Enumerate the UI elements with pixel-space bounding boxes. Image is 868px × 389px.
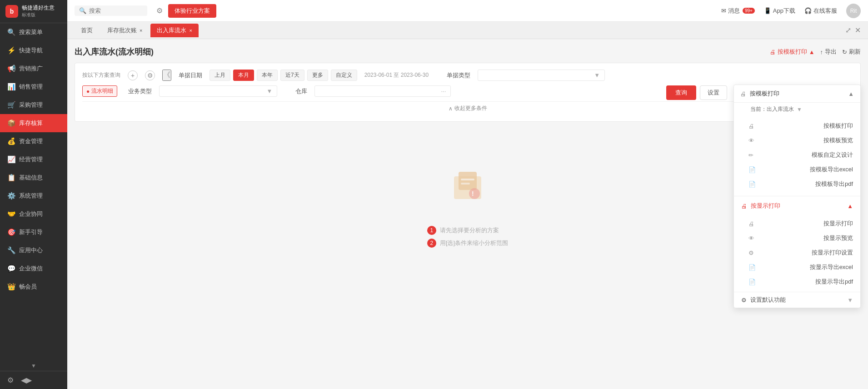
maximize-icon[interactable]: ⤢: [845, 26, 851, 35]
sidebar-item-wechat[interactable]: 💬 企业微信: [0, 259, 67, 278]
dropdown-footer-label: 设置默认功能: [750, 296, 786, 304]
doc-type-dropdown-arrow: ▼: [594, 72, 600, 79]
settings-display-icon: ⚙: [748, 249, 756, 256]
filter-tag-active[interactable]: ● 流水明细: [82, 85, 117, 97]
doc-type-select[interactable]: ▼: [478, 70, 605, 81]
online-service-button[interactable]: 🎧 在线客服: [804, 7, 837, 15]
date-tag-last-month[interactable]: 上月: [210, 70, 230, 81]
message-button[interactable]: ✉ 消息 99+: [721, 7, 755, 15]
sidebar-item-operations[interactable]: 📈 经营管理: [0, 150, 67, 169]
print-display-item[interactable]: 🖨 按显示打印: [734, 216, 860, 231]
preview-display-label: 按显示预览: [823, 234, 853, 242]
preview-display-item[interactable]: 👁 按显示预览: [734, 231, 860, 245]
export-button[interactable]: ↑ 导出: [820, 48, 837, 56]
doc-type-label: 单据类型: [447, 71, 470, 80]
enterprise-icon: 🤝: [7, 210, 15, 218]
topbar-right: ✉ 消息 99+ 📱 App下载 🎧 在线客服 Rit: [721, 4, 861, 18]
query-button[interactable]: 查询: [666, 85, 696, 100]
export-pdf-template-label: 按模板导出pdf: [815, 180, 853, 188]
search-input[interactable]: [89, 7, 135, 14]
page-header: 出入库流水(流水明细) 🖨 按模板打印 ▲ ↑ 导出 ↻ 刷新: [75, 46, 861, 57]
tab-batch-account-close[interactable]: ×: [140, 28, 142, 33]
sidebar-logo: b 畅捷通好生意 标准版: [0, 0, 67, 23]
topbar-gear-icon[interactable]: ⚙: [156, 6, 163, 15]
sidebar-item-basics[interactable]: 📋 基础信息: [0, 169, 67, 187]
sidebar-item-label: 经营管理: [19, 155, 43, 164]
date-tag-current-year[interactable]: 本年: [257, 70, 278, 81]
biz-type-dropdown-arrow: ▼: [266, 88, 272, 95]
export-pdf-display-item[interactable]: 📄 按显示导出pdf: [734, 274, 860, 289]
custom-template-item[interactable]: ✏ 模板自定义设计: [734, 148, 860, 162]
svg-rect-3: [461, 183, 470, 185]
sidebar-item-appstore[interactable]: 🔧 应用中心: [0, 241, 67, 259]
preview-template-item[interactable]: 👁 按模板预览: [734, 133, 860, 148]
sidebar-item-sales[interactable]: 📊 销售管理: [0, 78, 67, 96]
settings-button[interactable]: 设置: [700, 85, 727, 100]
export-excel-display-item[interactable]: 📄 按显示导出excel: [734, 260, 860, 274]
app-download-button[interactable]: 📱 App下载: [764, 7, 795, 15]
sidebar-item-member[interactable]: 👑 畅会员: [0, 278, 67, 296]
display-print-section-header[interactable]: 🖨 按显示打印 ▲: [734, 198, 860, 214]
industry-solution-button[interactable]: 体验行业方案: [168, 4, 216, 18]
user-avatar[interactable]: Rit: [846, 4, 861, 18]
sidebar-item-marketing[interactable]: 📢 营销推广: [0, 60, 67, 78]
print-icon: 🖨: [748, 123, 756, 130]
biz-type-select[interactable]: ▼: [159, 85, 277, 97]
date-tag-more[interactable]: 更多: [307, 70, 328, 81]
sidebar-item-system[interactable]: ⚙️ 系统管理: [0, 187, 67, 205]
sidebar-item-search[interactable]: 🔍 搜索菜单: [0, 23, 67, 41]
date-range-text: 2023-06-01 至 2023-06-30: [364, 71, 429, 79]
pdf-icon: 📄: [748, 181, 756, 188]
toggle-sidebar-icon[interactable]: ◀▶: [21, 376, 32, 384]
add-filter-button[interactable]: +: [128, 70, 138, 80]
sidebar-item-enterprise[interactable]: 🤝 企业协同: [0, 205, 67, 223]
date-tag-current-month[interactable]: 本月: [233, 70, 254, 81]
marketing-icon: 📢: [7, 65, 15, 73]
svg-text:!: !: [472, 190, 474, 197]
filter-settings-button[interactable]: ⚙: [145, 70, 155, 80]
printer-header-icon: 🖨: [740, 90, 746, 97]
sidebar-item-label: 企业微信: [19, 264, 43, 273]
print-template-button[interactable]: 🖨 按模板打印 ▲: [770, 48, 815, 56]
current-label-text: 当前：出入库流水: [750, 105, 794, 113]
sidebar-item-quick-nav[interactable]: ⚡ 快捷导航: [0, 41, 67, 60]
sidebar-item-finance[interactable]: 💰 资金管理: [0, 132, 67, 150]
date-tag-7days[interactable]: 近7天: [280, 70, 304, 81]
tab-flow-label: 出入库流水: [157, 26, 186, 35]
settings-gear-icon[interactable]: ⚙: [7, 376, 14, 384]
topbar-search[interactable]: 🔍: [75, 5, 147, 16]
tab-batch-account[interactable]: 库存批次账 ×: [101, 24, 149, 37]
step-num-1: 1: [427, 226, 436, 235]
logo-name: 畅捷通好生意: [22, 5, 55, 12]
export-excel-template-item[interactable]: 📄 按模板导出excel: [734, 162, 860, 177]
dropdown-panel: 🖨 按模板打印 ▲ 当前：出入库流水 ▼ 🖨 按模板打印 👁 按模板预览: [733, 85, 861, 308]
export-pdf-display-label: 按显示导出pdf: [815, 278, 853, 286]
sidebar-item-inventory[interactable]: 📦 库存核算: [0, 114, 67, 132]
refresh-button[interactable]: ↻ 刷新: [842, 48, 861, 56]
date-tag-custom[interactable]: 自定义: [331, 70, 357, 81]
sidebar-item-guide[interactable]: 🎯 新手引导: [0, 223, 67, 241]
tab-home[interactable]: 首页: [75, 24, 99, 37]
dropdown-collapse-icon[interactable]: ▲: [848, 90, 854, 97]
settings-display-item[interactable]: ⚙ 按显示打印设置: [734, 245, 860, 260]
basics-icon: 📋: [7, 174, 15, 182]
sidebar-item-label: 营销推广: [19, 65, 43, 73]
tab-flow[interactable]: 出入库流水 ×: [150, 24, 198, 37]
scroll-down-icon[interactable]: ▼: [31, 363, 36, 369]
topbar-search-icon: 🔍: [79, 7, 86, 14]
quick-nav-icon: ⚡: [7, 46, 15, 55]
export-pdf-template-item[interactable]: 📄 按模板导出pdf: [734, 177, 860, 191]
tab-home-label: 首页: [81, 26, 93, 35]
sidebar-item-purchase[interactable]: 🛒 采购管理: [0, 96, 67, 114]
warehouse-input[interactable]: ···: [314, 85, 451, 97]
dropdown-footer[interactable]: ⚙ 设置默认功能 ▼: [734, 292, 860, 308]
warehouse-more-button[interactable]: ···: [441, 88, 446, 95]
topbar-actions: ⚙: [156, 6, 163, 15]
print-template-item[interactable]: 🖨 按模板打印: [734, 119, 860, 133]
step-num-2: 2: [427, 239, 436, 248]
close-page-icon[interactable]: ✕: [855, 26, 861, 35]
export-icon: ↑: [820, 49, 823, 55]
tab-flow-close[interactable]: ×: [189, 28, 192, 33]
dropdown-panel-header: 🖨 按模板打印 ▲: [734, 85, 860, 103]
filter-collapse-button[interactable]: 《: [162, 70, 171, 81]
